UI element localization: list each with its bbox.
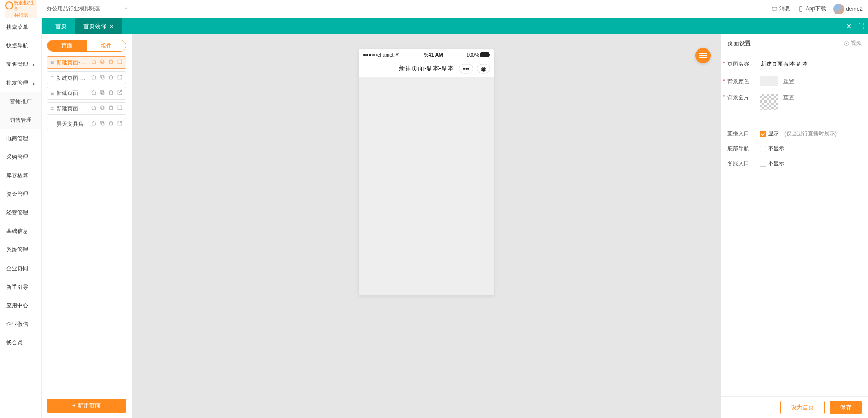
- page-list-item[interactable]: ≡新建页面: [47, 87, 126, 100]
- page-copy-button[interactable]: [99, 59, 106, 66]
- page-home-button[interactable]: [90, 105, 97, 112]
- sidebar-item[interactable]: 采购管理: [0, 148, 41, 166]
- phone-more-icon: •••: [459, 64, 473, 73]
- fullscreen-icon[interactable]: ⛶: [858, 23, 864, 30]
- tab-decorate[interactable]: 首页装修 ✕: [75, 18, 122, 34]
- page-share-button[interactable]: [116, 105, 123, 112]
- settings-title: 页面设置: [727, 39, 751, 48]
- page-delete-button[interactable]: [108, 74, 114, 81]
- save-button[interactable]: 保存: [830, 401, 862, 414]
- sidebar-item[interactable]: 库存核算: [0, 166, 41, 185]
- page-list-item[interactable]: ≡昊天文具店: [47, 118, 126, 130]
- drag-handle-icon[interactable]: ≡: [50, 74, 54, 81]
- page-name-label: 昊天文具店: [56, 120, 89, 128]
- bg-color-reset[interactable]: 重置: [783, 78, 794, 86]
- svg-rect-10: [101, 122, 104, 125]
- page-delete-button[interactable]: [108, 120, 114, 128]
- page-home-button[interactable]: [90, 90, 97, 97]
- brand-name: 畅捷通好生意: [14, 0, 37, 12]
- copy-icon: [99, 90, 105, 95]
- sidebar-item[interactable]: 经营管理: [0, 204, 41, 222]
- sidebar-item[interactable]: 基础信息: [0, 222, 41, 241]
- sidebar-item[interactable]: 企业协同: [0, 259, 41, 278]
- service-checkbox[interactable]: 不显示: [760, 160, 784, 167]
- page-delete-button[interactable]: [108, 105, 114, 112]
- page-list-item[interactable]: ≡新建页面-副本: [47, 71, 126, 84]
- page-delete-button[interactable]: [108, 90, 114, 97]
- panel-toggle-button[interactable]: [695, 48, 711, 63]
- sidebar-item[interactable]: 系统管理: [0, 241, 41, 259]
- page-share-button[interactable]: [116, 90, 123, 97]
- new-page-button[interactable]: + 新建页面: [47, 399, 126, 413]
- page-copy-button[interactable]: [99, 105, 106, 112]
- page-share-button[interactable]: [116, 74, 123, 81]
- edition-badge: 标准版: [14, 12, 28, 18]
- close-icon[interactable]: ✕: [109, 24, 113, 29]
- live-show-checkbox[interactable]: 显示: [760, 130, 779, 138]
- sidebar-item[interactable]: 零售管理▾: [0, 55, 41, 74]
- bg-image-reset[interactable]: 重置: [783, 94, 794, 101]
- brand-logo[interactable]: 畅捷通好生意 标准版: [5, 0, 37, 18]
- sidebar-item[interactable]: 资金管理: [0, 185, 41, 204]
- page-list-item[interactable]: ≡新建页面-副本...: [47, 56, 126, 69]
- tab-home[interactable]: 首页: [47, 18, 75, 34]
- sidebar-item[interactable]: 应用中心: [0, 296, 41, 315]
- page-home-button[interactable]: [90, 74, 97, 81]
- account-selector[interactable]: 办公用品行业模拟账套: [42, 3, 133, 15]
- service-entry-label: 客服入口: [727, 160, 755, 167]
- page-copy-button[interactable]: [99, 90, 106, 97]
- drag-handle-icon[interactable]: ≡: [50, 59, 54, 66]
- share-icon: [117, 120, 123, 126]
- settings-panel: 页面设置 视频 页面名称 背景颜色 重置: [721, 34, 868, 418]
- bg-color-swatch[interactable]: [760, 76, 778, 86]
- app-download-button[interactable]: App下载: [797, 5, 826, 13]
- sidebar-item[interactable]: 批发管理▴: [0, 74, 41, 92]
- page-delete-button[interactable]: [108, 59, 114, 66]
- user-menu[interactable]: demo2: [833, 4, 863, 14]
- svg-rect-6: [101, 91, 104, 95]
- wifi-icon: [394, 52, 400, 58]
- sidebar-item[interactable]: 搜索菜单: [0, 18, 41, 37]
- bg-image-picker[interactable]: [760, 94, 778, 110]
- drag-handle-icon[interactable]: ≡: [50, 105, 54, 112]
- sidebar-item-label: 应用中心: [6, 302, 28, 309]
- svg-rect-8: [101, 107, 104, 110]
- home-icon: [91, 59, 97, 65]
- page-list-item[interactable]: ≡新建页面: [47, 102, 126, 115]
- share-icon: [117, 74, 123, 80]
- page-copy-button[interactable]: [99, 74, 106, 81]
- sidebar-item[interactable]: 电商管理: [0, 129, 41, 148]
- page-name-input[interactable]: [760, 59, 862, 69]
- save-label: 保存: [840, 404, 852, 412]
- page-home-button[interactable]: [90, 59, 97, 66]
- delete-icon: [108, 105, 114, 111]
- set-home-button[interactable]: 设为首页: [780, 401, 825, 414]
- drag-handle-icon[interactable]: ≡: [50, 120, 54, 128]
- drag-handle-icon[interactable]: ≡: [50, 90, 54, 97]
- sidebar-item-label: 基础信息: [6, 228, 28, 235]
- bottom-nav-checkbox[interactable]: 不显示: [760, 145, 784, 152]
- sidebar-item[interactable]: 企业微信: [0, 315, 41, 333]
- video-help-button[interactable]: 视频: [844, 39, 862, 47]
- svg-rect-2: [101, 61, 104, 64]
- live-show-label: 显示: [768, 130, 779, 138]
- battery-label: 100%: [467, 52, 479, 57]
- tab-close-all-icon[interactable]: ✕: [846, 23, 852, 30]
- svg-rect-11: [100, 121, 104, 124]
- chevron-down-icon: [123, 5, 129, 13]
- svg-rect-4: [101, 76, 104, 79]
- seg-component-button[interactable]: 组件: [87, 40, 126, 51]
- messages-button[interactable]: 消息: [771, 5, 790, 13]
- sidebar-item[interactable]: 快捷导航: [0, 37, 41, 55]
- sidebar-item[interactable]: 新手引导: [0, 278, 41, 296]
- seg-page-button[interactable]: 页面: [47, 40, 87, 51]
- page-share-button[interactable]: [116, 59, 123, 66]
- page-home-button[interactable]: [90, 120, 97, 128]
- page-share-button[interactable]: [116, 120, 123, 128]
- sidebar-item[interactable]: 销售管理: [0, 111, 41, 129]
- video-label: 视频: [851, 39, 862, 47]
- phone-status-bar: chanjet 9:41 AM 100%: [359, 49, 494, 60]
- page-copy-button[interactable]: [99, 120, 106, 128]
- sidebar-item[interactable]: 营销推广: [0, 92, 41, 111]
- sidebar-item[interactable]: 畅会员: [0, 333, 41, 352]
